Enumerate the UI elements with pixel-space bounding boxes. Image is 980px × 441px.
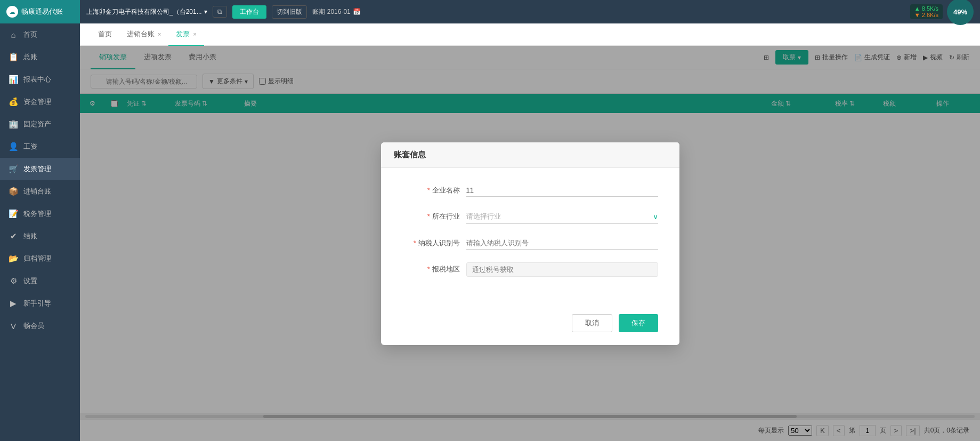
sidebar-item-guide[interactable]: ▶ 新手引导 — [0, 292, 80, 315]
archive-icon: 📂 — [9, 254, 18, 263]
industry-select[interactable]: 请选择行业 ∨ — [466, 210, 658, 224]
form-row-tax-region: * 报税地区 — [402, 262, 658, 277]
tab-invoice[interactable]: 发票 × — [168, 23, 204, 46]
inner-page: 销项发票 进项发票 费用小票 ⊞ 取票 ▾ ⊞ 批量操作 — [80, 46, 980, 441]
app-name: 畅康通易代账 — [21, 7, 63, 17]
sidebar-item-home[interactable]: ⌂ 首页 — [0, 23, 80, 46]
speed-indicator: 49% — [947, 0, 974, 25]
purchase-icon: 📦 — [9, 187, 18, 196]
period-display: 账期 2016-01 📅 — [312, 7, 361, 17]
speed-down: ▼ 2.6K/s — [914, 12, 938, 18]
sidebar-item-reports[interactable]: 📊 报表中心 — [0, 68, 80, 91]
tax-icon: 📝 — [9, 209, 18, 219]
save-button[interactable]: 保存 — [619, 314, 658, 332]
sidebar-item-purchase[interactable]: 📦 进销台账 — [0, 180, 80, 203]
main-area: 上海卯金刀电子科技有限公司_（台201... ▾ ⧉ 工作台 切到旧版 账期 2… — [80, 0, 980, 441]
sidebar-item-label: 税务管理 — [23, 209, 51, 219]
sidebar: ☁ 畅康通易代账 ⌂ 首页 📋 总账 📊 报表中心 💰 资金管理 🏢 固定资产 … — [0, 0, 80, 441]
modal-overlay: 账套信息 * 企业名称 * 所在行 — [80, 46, 980, 441]
sidebar-item-fund[interactable]: 💰 资金管理 — [0, 91, 80, 113]
company-dropdown-icon: ▾ — [204, 8, 207, 15]
sidebar-item-label: 资金管理 — [23, 97, 51, 107]
industry-dropdown-icon: ∨ — [653, 212, 658, 221]
sidebar-item-label: 结账 — [23, 231, 37, 241]
sidebar-item-salary[interactable]: 👤 工资 — [0, 135, 80, 158]
sidebar-item-label: 工资 — [23, 142, 37, 151]
reports-icon: 📊 — [9, 75, 18, 84]
workbench-button[interactable]: 工作台 — [232, 5, 266, 19]
sidebar-item-archive[interactable]: 📂 归档管理 — [0, 247, 80, 270]
dialog-title: 账套信息 — [381, 142, 679, 168]
copy-button[interactable]: ⧉ — [213, 6, 227, 18]
sidebar-item-label: 归档管理 — [23, 254, 51, 263]
guide-icon: ▶ — [9, 299, 18, 308]
sidebar-item-ledger[interactable]: 📋 总账 — [0, 46, 80, 68]
dialog-body: * 企业名称 * 所在行业 请选择行业 ∨ — [381, 168, 679, 306]
sidebar-item-fixed[interactable]: 🏢 固定资产 — [0, 113, 80, 135]
account-info-dialog: 账套信息 * 企业名称 * 所在行 — [381, 142, 679, 345]
industry-label: * 所在行业 — [402, 212, 466, 221]
sidebar-item-label: 发票管理 — [23, 164, 51, 174]
fixed-icon: 🏢 — [9, 119, 18, 129]
logo-icon: ☁ — [6, 6, 18, 18]
period-value: 2016-01 — [327, 8, 351, 15]
sidebar-item-label: 报表中心 — [23, 75, 51, 84]
sidebar-item-label: 设置 — [23, 276, 37, 286]
speed-box: ▲ 8.5K/s ▼ 2.6K/s — [910, 4, 943, 19]
settings-icon: ⚙ — [9, 276, 18, 286]
sidebar-item-label: 首页 — [23, 30, 37, 39]
salary-icon: 👤 — [9, 142, 18, 151]
tax-region-input — [466, 262, 658, 277]
dialog-footer: 取消 保存 — [381, 306, 679, 345]
company-label: * 企业名称 — [402, 186, 466, 195]
industry-placeholder: 请选择行业 — [466, 212, 653, 221]
tax-id-label: * 纳税人识别号 — [402, 238, 466, 248]
content-tabs: 首页 进销台账 × 发票 × — [80, 23, 980, 46]
tax-region-label: * 报税地区 — [402, 264, 466, 274]
period-label: 账期 — [312, 7, 325, 17]
sidebar-item-settings[interactable]: ⚙ 设置 — [0, 270, 80, 292]
sidebar-item-label: 固定资产 — [23, 119, 51, 129]
sidebar-item-label: 总账 — [23, 52, 37, 62]
tab-close-invoice[interactable]: × — [193, 31, 196, 37]
tax-id-input[interactable] — [466, 237, 658, 250]
form-row-company: * 企业名称 — [402, 184, 658, 197]
speed-up: ▲ 8.5K/s — [914, 5, 938, 12]
sidebar-item-label: 进销台账 — [23, 187, 51, 196]
ledger-icon: 📋 — [9, 52, 18, 62]
company-name-input[interactable] — [466, 184, 658, 197]
invoice-icon: 🛒 — [9, 164, 18, 174]
tab-purchase[interactable]: 进销台账 × — [119, 23, 168, 46]
sidebar-item-close[interactable]: ✔ 结账 — [0, 225, 80, 247]
sidebar-item-tax[interactable]: 📝 税务管理 — [0, 203, 80, 225]
calendar-icon: 📅 — [353, 8, 361, 15]
form-row-tax-id: * 纳税人识别号 — [402, 237, 658, 250]
fund-icon: 💰 — [9, 97, 18, 107]
cancel-button[interactable]: 取消 — [572, 314, 612, 332]
sidebar-item-label: 畅会员 — [23, 321, 44, 331]
switch-old-button[interactable]: 切到旧版 — [272, 5, 307, 19]
company-name: 上海卯金刀电子科技有限公司_（台201... — [86, 7, 202, 17]
company-selector[interactable]: 上海卯金刀电子科技有限公司_（台201... ▾ — [86, 7, 207, 17]
member-icon: V — [9, 322, 18, 331]
sidebar-item-invoice[interactable]: 🛒 发票管理 — [0, 158, 80, 180]
tab-close-purchase[interactable]: × — [158, 31, 161, 37]
form-row-industry: * 所在行业 请选择行业 ∨ — [402, 210, 658, 224]
sidebar-item-member[interactable]: V 畅会员 — [0, 315, 80, 337]
sidebar-item-label: 新手引导 — [23, 299, 51, 308]
app-logo: ☁ 畅康通易代账 — [0, 0, 80, 23]
topbar: 上海卯金刀电子科技有限公司_（台201... ▾ ⧉ 工作台 切到旧版 账期 2… — [80, 0, 980, 23]
topbar-right: ▲ 8.5K/s ▼ 2.6K/s 49% — [910, 0, 974, 25]
tab-home[interactable]: 首页 — [91, 23, 119, 46]
home-icon: ⌂ — [9, 30, 18, 39]
close-period-icon: ✔ — [9, 231, 18, 241]
